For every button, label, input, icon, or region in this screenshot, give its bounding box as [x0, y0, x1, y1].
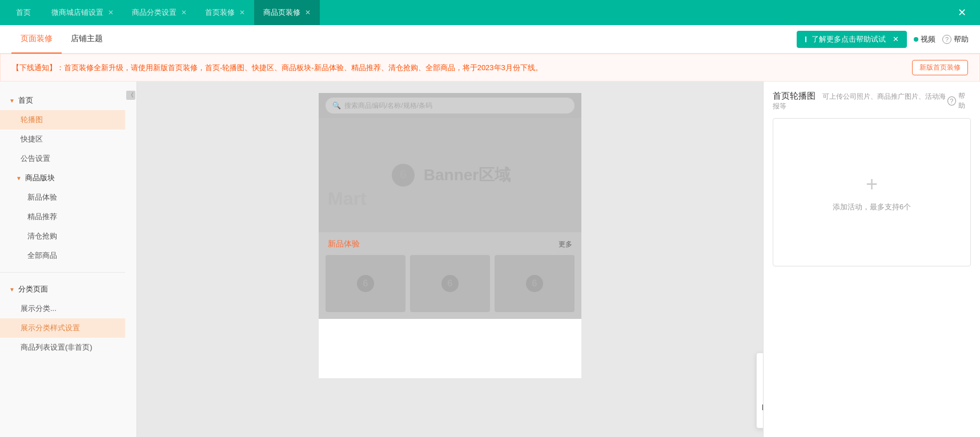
sidebar-group-category[interactable]: ▼ 分类页面: [0, 280, 125, 299]
svg-rect-8: [762, 359, 763, 404]
sidebar-item-product-list[interactable]: 商品列表设置(非首页): [0, 338, 125, 357]
help-link[interactable]: ? 帮助: [942, 34, 969, 44]
help-circle-icon: ?: [942, 35, 951, 44]
sidebar-group-homepage[interactable]: ▼ 首页: [0, 91, 125, 110]
preview-products-section: 新品体验 更多 6 6: [319, 232, 581, 319]
product-item-2[interactable]: 6: [410, 255, 490, 312]
sidebar-featured-label: 精品推荐: [27, 212, 57, 221]
tab-product-decor[interactable]: 商品页装修 ✕: [254, 0, 320, 25]
product-block-arrow-icon: ▼: [16, 175, 22, 181]
add-icon: +: [866, 172, 878, 196]
sidebar-new-experience-label: 新品体验: [27, 193, 57, 201]
preview-area: 🔍 搜索商品编码/名称/规格/条码 6 Banner区域 Mart: [137, 82, 763, 437]
tab-product-decor-label: 商品页装修: [263, 7, 300, 18]
main-layout: ▼ 首页 轮播图 快捷区 公告设置 ▼ 商品版块: [0, 82, 980, 437]
video-dot-icon: [914, 37, 918, 42]
add-banner-area[interactable]: + 添加活动，最多支持6个: [773, 118, 971, 266]
tab-homepage-decor-close[interactable]: ✕: [239, 9, 245, 17]
phone-preview: 🔍 搜索商品编码/名称/规格/条码 6 Banner区域 Mart: [319, 93, 581, 378]
category-arrow-icon: ▼: [9, 286, 15, 293]
help-banner-icon: I: [805, 35, 807, 44]
help-link-label: 帮助: [954, 34, 969, 44]
product-item-1[interactable]: 6: [326, 255, 405, 312]
help-banner-close[interactable]: ✕: [893, 35, 899, 43]
sidebar-item-clearance[interactable]: 清仓抢购: [0, 226, 125, 246]
svg-text:6: 6: [447, 278, 452, 289]
tab-product-category-close[interactable]: ✕: [181, 9, 187, 17]
sidebar-group-product-block[interactable]: ▼ 商品版块: [0, 168, 125, 188]
sidebar-homepage-title: 首页: [18, 95, 33, 106]
sidebar-item-show-category[interactable]: 展示分类...: [0, 299, 125, 318]
sidebar-section-homepage: ▼ 首页 轮播图 快捷区 公告设置 ▼ 商品版块: [0, 86, 125, 270]
product-item-3[interactable]: 6: [495, 255, 575, 312]
svg-text:6: 6: [363, 278, 368, 289]
sidebar-item-shortcut[interactable]: 快捷区: [0, 130, 125, 149]
help-banner-text: 了解更多点击帮助试试: [812, 34, 886, 44]
sidebar-item-all-products[interactable]: 全部商品: [0, 246, 125, 265]
nav-shop-theme[interactable]: 店铺主题: [62, 25, 112, 54]
preview-banner-logo-icon: 6: [389, 161, 417, 189]
sidebar-clearance-label: 清仓抢购: [27, 232, 57, 240]
tab-bar-close-all[interactable]: ✕: [949, 6, 975, 19]
tab-wechat-shop[interactable]: 微商城店铺设置 ✕: [42, 0, 123, 25]
nav-page-decor[interactable]: 页面装修: [11, 25, 62, 54]
help-banner[interactable]: I 了解更多点击帮助试试 ✕: [797, 31, 907, 48]
preview-banner[interactable]: 6 Banner区域 Mart: [319, 118, 581, 232]
sidebar-all-products-label: 全部商品: [27, 251, 57, 260]
sidebar-show-category-label: 展示分类...: [21, 304, 57, 313]
sidebar-collapse-button[interactable]: 《: [125, 86, 136, 100]
sidebar-item-featured[interactable]: 精品推荐: [0, 207, 125, 226]
video-link-label: 视频: [921, 34, 935, 44]
sidebar-product-list-label: 商品列表设置(非首页): [21, 343, 93, 351]
notice-bar: 【下线通知】：首页装修全新升级，请使用新版首页装修，首页-轮播图、快捷区、商品板…: [0, 54, 980, 82]
homepage-arrow-icon: ▼: [9, 98, 15, 104]
tab-home[interactable]: 首页: [5, 0, 42, 25]
preview-search-bar: 🔍 搜索商品编码/名称/规格/条码: [319, 93, 581, 118]
products-title: 新品体验: [328, 239, 360, 249]
sidebar: ▼ 首页 轮播图 快捷区 公告设置 ▼ 商品版块: [0, 82, 137, 437]
notice-text: 【下线通知】：首页装修全新升级，请使用新版首页装修，首页-轮播图、快捷区、商品板…: [12, 63, 905, 73]
products-header: 新品体验 更多: [326, 239, 575, 255]
right-panel-title-group: 首页轮播图 可上传公司照片、商品推广图片、活动海报等: [773, 91, 947, 111]
preview-search-input[interactable]: 🔍 搜索商品编码/名称/规格/条码: [326, 98, 575, 114]
preview-banner-label: Banner区域: [424, 164, 511, 186]
tab-homepage-decor[interactable]: 首页装修 ✕: [196, 0, 254, 25]
nav-right: I 了解更多点击帮助试试 ✕ 视频 ? 帮助: [797, 31, 969, 48]
tab-wechat-shop-close[interactable]: ✕: [108, 9, 114, 17]
sidebar-item-notice[interactable]: 公告设置: [0, 149, 125, 168]
right-panel-help-label: 帮助: [958, 91, 971, 111]
sidebar-category-title: 分类页面: [18, 284, 48, 294]
tab-product-category-label: 商品分类设置: [132, 7, 176, 18]
sidebar-shortcut-label: 快捷区: [21, 135, 43, 143]
secondary-nav: 页面装修 店铺主题 I 了解更多点击帮助试试 ✕ 视频 ? 帮助: [0, 25, 980, 54]
preview-banner-content: 6 Banner区域: [389, 161, 511, 189]
video-link[interactable]: 视频: [914, 34, 935, 44]
tab-wechat-shop-label: 微商城店铺设置: [51, 7, 103, 18]
search-icon: 🔍: [332, 102, 341, 110]
help-circle-icon-right: ?: [947, 96, 956, 106]
tab-product-category[interactable]: 商品分类设置 ✕: [123, 0, 196, 25]
svg-text:6: 6: [400, 167, 407, 181]
sidebar-section-category: ▼ 分类页面 展示分类... 展示分类样式设置 商品列表设置(非首页): [0, 275, 125, 362]
sidebar-item-category-style[interactable]: 展示分类样式设置: [0, 318, 125, 338]
right-panel: 首页轮播图 可上传公司照片、商品推广图片、活动海报等 ? 帮助 + 添加活动，最…: [763, 82, 980, 437]
right-panel-header: 首页轮播图 可上传公司照片、商品推广图片、活动海报等 ? 帮助: [773, 91, 971, 111]
new-homepage-decor-button[interactable]: 新版首页装修: [912, 60, 968, 75]
sidebar-banner-label: 轮播图: [21, 115, 43, 124]
sidebar-category-style-label: 展示分类样式设置: [21, 323, 80, 332]
products-more: 更多: [559, 240, 572, 249]
tab-product-decor-close[interactable]: ✕: [305, 9, 311, 17]
sidebar-item-banner[interactable]: 轮播图: [0, 110, 125, 130]
sidebar-divider: [0, 272, 125, 273]
qr-overlay: 扫码预览效果: [756, 353, 763, 428]
tab-home-label: 首页: [16, 7, 31, 18]
sidebar-notice-label: 公告设置: [21, 154, 50, 163]
mart-watermark: Mart: [328, 188, 367, 209]
right-panel-help-button[interactable]: ? 帮助: [947, 91, 971, 111]
tab-homepage-decor-label: 首页装修: [205, 7, 235, 18]
products-grid: 6 6 6: [326, 255, 575, 312]
sidebar-item-new-experience[interactable]: 新品体验: [0, 188, 125, 207]
sidebar-product-block-title: 商品版块: [25, 173, 55, 183]
right-panel-title: 首页轮播图: [773, 91, 816, 100]
preview-search-placeholder: 搜索商品编码/名称/规格/条码: [344, 101, 432, 111]
